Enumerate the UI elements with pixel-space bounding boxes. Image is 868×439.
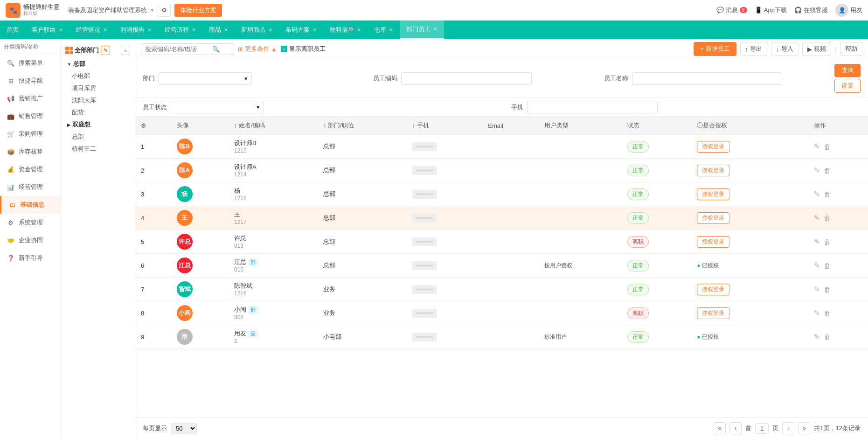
tab-new-goods[interactable]: 新增商品✕ bbox=[235, 21, 279, 39]
delete-btn[interactable]: 🗑 bbox=[824, 286, 831, 293]
th-phone[interactable]: ↕ 手机 bbox=[407, 117, 483, 135]
delete-btn[interactable]: 🗑 bbox=[824, 167, 831, 174]
first-page-btn[interactable]: « bbox=[714, 422, 726, 434]
prev-page-btn[interactable]: ‹ bbox=[729, 422, 742, 434]
authorize-btn[interactable]: 授权登录 bbox=[697, 188, 729, 200]
filter-status-select[interactable]: ▾ bbox=[171, 101, 264, 113]
tab-operation-close[interactable]: ✕ bbox=[103, 27, 107, 33]
sidebar-item-marketing[interactable]: 📢 营销推广 bbox=[0, 90, 60, 107]
emp-search-input[interactable] bbox=[145, 46, 210, 53]
delete-btn[interactable]: 🗑 bbox=[824, 262, 831, 270]
filter-emp-code-input[interactable] bbox=[401, 72, 532, 85]
sidebar-search-box[interactable]: 🔍 bbox=[0, 39, 60, 54]
tab-profit-close[interactable]: ✕ bbox=[147, 27, 152, 33]
edit-btn[interactable]: ✎ bbox=[814, 237, 820, 246]
app-download-btn[interactable]: 📱 App下载 bbox=[755, 6, 787, 14]
sidebar-search-input[interactable] bbox=[4, 43, 61, 50]
import-btn[interactable]: ↓ 导入 bbox=[771, 42, 799, 56]
edit-btn[interactable]: ✎ bbox=[814, 214, 820, 222]
view-btn[interactable]: ▶ 视频 bbox=[802, 42, 831, 56]
edit-btn[interactable]: ✎ bbox=[814, 166, 820, 174]
tab-barcode-close[interactable]: ✕ bbox=[312, 27, 317, 33]
authorize-btn[interactable]: 授权登录 bbox=[697, 284, 729, 295]
tab-warehouse-close[interactable]: ✕ bbox=[389, 27, 393, 33]
next-page-btn[interactable]: › bbox=[782, 422, 794, 434]
authorize-btn[interactable]: 授权登录 bbox=[697, 165, 729, 176]
dept-group-hq-label[interactable]: ▼ 总部 bbox=[61, 58, 135, 70]
user-avatar-btn[interactable]: 👤 用友 bbox=[835, 4, 862, 17]
help-btn[interactable]: 帮助 bbox=[840, 42, 862, 56]
sidebar-item-inventory[interactable]: 📦 库存核算 bbox=[0, 143, 60, 160]
dept-item-zhishu[interactable]: 植树王二 bbox=[61, 143, 135, 155]
tab-goods[interactable]: 商品✕ bbox=[202, 21, 235, 39]
message-btn[interactable]: 💬 消息 6 bbox=[716, 6, 747, 14]
sidebar-item-operation-mgr[interactable]: 📊 经营管理 bbox=[0, 178, 60, 196]
sidebar-item-sales[interactable]: 💼 销售管理 bbox=[0, 107, 60, 125]
show-resign-checkbox[interactable]: ✓ 显示离职员工 bbox=[281, 45, 326, 53]
tab-operation[interactable]: 经营情况✕ bbox=[69, 21, 114, 39]
export-btn[interactable]: ↑ 导出 bbox=[740, 42, 768, 56]
filter-emp-name-input[interactable] bbox=[632, 72, 781, 85]
tab-barcode[interactable]: 条码方案✕ bbox=[279, 21, 323, 39]
add-emp-btn[interactable]: + 新增员工 bbox=[694, 42, 736, 56]
per-page-select[interactable]: 50 100 200 bbox=[171, 423, 197, 434]
more-filter-btn[interactable]: ⊞ 更多条件 ▲ bbox=[238, 45, 277, 53]
filter-dept-select[interactable]: ▾ bbox=[159, 72, 252, 85]
delete-btn[interactable]: 🗑 bbox=[824, 143, 831, 151]
last-page-btn[interactable]: » bbox=[798, 422, 810, 434]
edit-btn[interactable]: ✎ bbox=[814, 142, 820, 151]
tab-new-goods-close[interactable]: ✕ bbox=[268, 27, 272, 33]
tab-department[interactable]: 部门员工 ✕ bbox=[400, 21, 444, 39]
th-name-code[interactable]: ↕ 姓名/编码 bbox=[229, 117, 318, 135]
settings-btn[interactable]: 设置 bbox=[834, 79, 861, 93]
delete-btn[interactable]: 🗑 bbox=[824, 214, 831, 222]
tab-home[interactable]: 首页 bbox=[0, 21, 25, 39]
search-btn[interactable]: 查询 bbox=[834, 64, 861, 77]
sidebar-item-quick-nav[interactable]: ⊞ 快捷导航 bbox=[0, 72, 60, 90]
authorize-btn[interactable]: 授权登录 bbox=[697, 236, 729, 248]
dropdown-icon[interactable]: ▾ bbox=[151, 7, 154, 14]
edit-btn[interactable]: ✎ bbox=[814, 333, 820, 341]
tab-history-close[interactable]: ✕ bbox=[192, 27, 196, 33]
authorize-btn[interactable]: 授权登录 bbox=[697, 307, 729, 319]
edit-btn[interactable]: ✎ bbox=[814, 309, 820, 317]
dept-edit-btn[interactable]: ✎ bbox=[101, 46, 110, 55]
tab-history[interactable]: 经营历程✕ bbox=[158, 21, 202, 39]
dept-item-xd[interactable]: 小电部 bbox=[61, 70, 135, 82]
delete-btn[interactable]: 🗑 bbox=[824, 333, 831, 341]
dept-item-zongbu[interactable]: 总部 bbox=[61, 131, 135, 143]
experience-btn[interactable]: 体验行业方案 bbox=[174, 4, 222, 17]
th-dept-position[interactable]: ↕ 部门/职位 bbox=[318, 117, 407, 135]
tab-customer[interactable]: 客户联络✕ bbox=[25, 21, 69, 39]
delete-btn[interactable]: 🗑 bbox=[824, 309, 831, 317]
sidebar-item-system[interactable]: ⚙ 系统管理 bbox=[0, 214, 60, 231]
tab-department-close[interactable]: ✕ bbox=[433, 26, 437, 32]
tab-materials-close[interactable]: ✕ bbox=[357, 27, 361, 33]
dept-item-shenyang[interactable]: 沈阳大库 bbox=[61, 94, 135, 106]
tab-materials[interactable]: 物料清单✕ bbox=[323, 21, 368, 39]
sidebar-item-purchase[interactable]: 🛒 采购管理 bbox=[0, 125, 60, 143]
filter-phone-input[interactable] bbox=[527, 101, 658, 113]
tab-profit[interactable]: 利润报告✕ bbox=[114, 21, 158, 39]
tab-goods-close[interactable]: ✕ bbox=[224, 27, 228, 33]
edit-btn[interactable]: ✎ bbox=[814, 261, 820, 270]
authorize-btn[interactable]: 授权登录 bbox=[697, 212, 729, 224]
dept-item-distribution[interactable]: 配货 bbox=[61, 106, 135, 118]
sidebar-item-enterprise[interactable]: 🤝 企业协同 bbox=[0, 231, 60, 249]
tab-customer-close[interactable]: ✕ bbox=[59, 27, 63, 33]
sidebar-item-search-menu[interactable]: 🔍 搜索菜单 bbox=[0, 54, 60, 72]
th-settings[interactable]: ⚙ bbox=[135, 117, 171, 135]
delete-btn[interactable]: 🗑 bbox=[824, 238, 831, 246]
sidebar-item-finance[interactable]: 💰 资金管理 bbox=[0, 160, 60, 178]
settings-gear-btn[interactable]: ⚙ bbox=[158, 4, 171, 17]
emp-search-box[interactable]: 🔍 bbox=[141, 43, 234, 55]
delete-btn[interactable]: 🗑 bbox=[824, 190, 831, 198]
sidebar-item-guide[interactable]: ❓ 新手引导 bbox=[0, 249, 60, 267]
online-service-btn[interactable]: 🎧 在线客服 bbox=[794, 6, 828, 14]
sidebar-item-basic-info[interactable]: 🗂 基础信息 bbox=[0, 196, 60, 214]
dept-collapse-btn[interactable]: « bbox=[121, 46, 130, 55]
edit-btn[interactable]: ✎ bbox=[814, 285, 820, 293]
edit-btn[interactable]: ✎ bbox=[814, 190, 820, 198]
dept-group-shuanglu-label[interactable]: ▶ 双鹿想 bbox=[61, 118, 135, 131]
tab-warehouse[interactable]: 仓库✕ bbox=[368, 21, 400, 39]
